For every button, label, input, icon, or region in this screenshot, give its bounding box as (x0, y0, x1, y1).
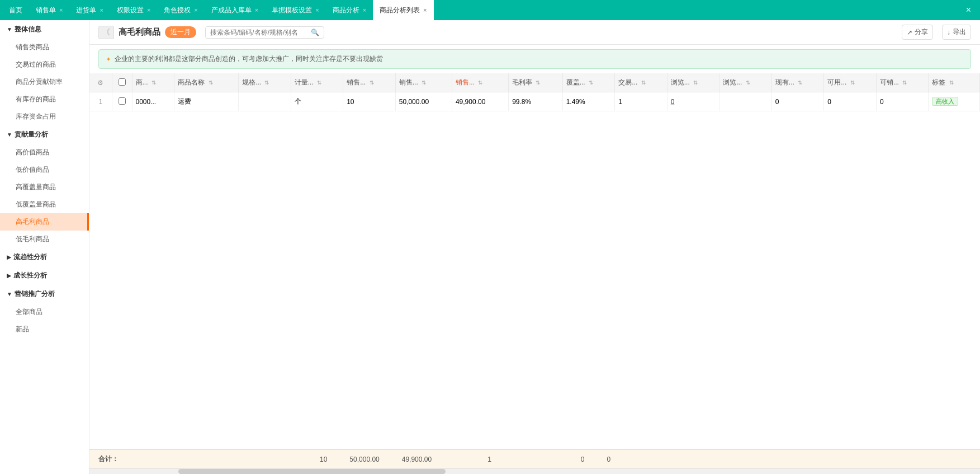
row-code: 0000... (132, 92, 174, 111)
row-saleable: 0 (876, 92, 929, 111)
close-icon[interactable]: × (100, 7, 103, 13)
close-icon[interactable]: × (255, 7, 258, 13)
sidebar-item-low-coverage[interactable]: 低覆盖量商品 (0, 196, 89, 213)
sidebar-item-high-value[interactable]: 高价值商品 (0, 144, 89, 161)
sidebar-section-overall[interactable]: ▼ 整体信息 (0, 20, 89, 39)
data-table-wrapper: ⚙ 商... ⇅ 商品名称 ⇅ (89, 73, 980, 449)
col-header-stock[interactable]: 现有... ⇅ (771, 73, 824, 92)
tag-badge: 高收入 (932, 97, 958, 106)
col-header-sales2[interactable]: 销售... ⇅ (395, 73, 452, 92)
col-header-code[interactable]: 商... ⇅ (132, 73, 174, 92)
nav-role-auth[interactable]: 角色授权 × (157, 0, 204, 20)
col-header-settings[interactable]: ⚙ (89, 73, 112, 92)
sidebar-item-stock-capital[interactable]: 库存资金占用 (0, 108, 89, 125)
search-icon[interactable]: 🔍 (311, 29, 319, 36)
col-header-unit[interactable]: 计量... ⇅ (291, 73, 343, 92)
footer-summary-bar: 合计： 10 50,000.00 49,900.00 1 0 0 (89, 449, 980, 468)
sidebar-section-contribution[interactable]: ▼ 贡献量分析 (0, 125, 89, 144)
footer-sales3: 49,900.00 (402, 456, 432, 463)
top-navigation: 首页 销售单 × 进货单 × 权限设置 × 角色授权 × 产成品入库单 × 单据… (0, 0, 980, 20)
close-icon[interactable]: × (315, 7, 319, 13)
nav-product-analysis-list[interactable]: 商品分析列表 × (373, 0, 433, 20)
col-header-browse1[interactable]: 浏览... ⇅ (667, 73, 719, 92)
close-icon[interactable]: × (59, 7, 63, 13)
footer-saleable: 0 (607, 456, 611, 463)
col-header-browse2[interactable]: 浏览... ⇅ (719, 73, 772, 92)
row-browse1[interactable]: 0 (667, 92, 719, 111)
row-stock: 0 (771, 92, 824, 111)
arrow-right-icon: ▶ (7, 254, 11, 260)
sort-icon: ⇅ (422, 79, 426, 86)
sidebar-collapse-button[interactable]: 《 (98, 26, 114, 39)
col-header-available[interactable]: 可用... ⇅ (824, 73, 877, 92)
sidebar-item-low-value[interactable]: 低价值商品 (0, 161, 89, 179)
sidebar-item-high-margin[interactable]: 高毛利商品 (0, 213, 89, 231)
sort-icon: ⇅ (209, 79, 213, 86)
info-icon: ✦ (106, 55, 111, 63)
window-close-button[interactable]: × (959, 5, 978, 15)
sidebar-item-high-coverage[interactable]: 高覆盖量商品 (0, 179, 89, 196)
horizontal-scrollbar[interactable] (89, 468, 980, 474)
sort-icon: ⇅ (152, 79, 156, 86)
arrow-down-icon: ▼ (7, 291, 12, 297)
nav-template-settings[interactable]: 单据模板设置 × (265, 0, 325, 20)
nav-purchase-order[interactable]: 进货单 × (69, 0, 110, 20)
sidebar-item-traded-goods[interactable]: 交易过的商品 (0, 56, 89, 73)
nav-home[interactable]: 首页 (2, 0, 29, 20)
export-button[interactable]: ↓ 导出 (942, 25, 971, 40)
row-checkbox-cell[interactable] (112, 92, 132, 111)
sort-icon: ⇅ (693, 79, 698, 86)
nav-product-instock[interactable]: 产成品入库单 × (205, 0, 265, 20)
sort-icon: ⇅ (317, 79, 321, 86)
row-sales3: 49,900.00 (452, 92, 508, 111)
table-row: 1 0000... 运费 个 10 50,000.00 49,900.00 99… (89, 92, 980, 111)
scrollbar-thumb[interactable] (178, 469, 446, 474)
row-browse2 (719, 92, 772, 111)
nav-permission-settings[interactable]: 权限设置 × (110, 0, 157, 20)
page-title: 高毛利商品 (119, 27, 160, 37)
sidebar-section-growth[interactable]: ▶ 成长性分析 (0, 266, 89, 285)
sort-icon: ⇅ (902, 79, 907, 86)
sort-icon: ⇅ (850, 79, 855, 86)
nav-product-analysis[interactable]: 商品分析 × (326, 0, 373, 20)
nav-sales-order[interactable]: 销售单 × (29, 0, 69, 20)
content-header: 《 高毛利商品 近一月 🔍 ↗ 分享 ↓ 导出 (89, 20, 980, 45)
row-name: 运费 (174, 92, 239, 111)
settings-icon[interactable]: ⚙ (97, 79, 103, 87)
arrow-down-icon: ▼ (7, 26, 12, 32)
col-header-trade[interactable]: 交易... ⇅ (615, 73, 667, 92)
footer-stock: 0 (581, 456, 585, 463)
sidebar-section-trend[interactable]: ▶ 流趋性分析 (0, 248, 89, 266)
share-button[interactable]: ↗ 分享 (902, 25, 933, 40)
sidebar-item-contribution-rate[interactable]: 商品分贡献销率 (0, 73, 89, 91)
select-all-checkbox[interactable] (119, 78, 126, 86)
search-input[interactable] (210, 29, 311, 36)
sidebar-item-sales-goods[interactable]: 销售类商品 (0, 39, 89, 56)
col-header-gross-rate[interactable]: 毛利率 ⇅ (509, 73, 563, 92)
row-available: 0 (824, 92, 877, 111)
col-header-tag[interactable]: 标签 ⇅ (929, 73, 980, 92)
sort-icon: ⇅ (746, 79, 750, 86)
sort-icon: ⇅ (798, 79, 802, 86)
close-icon[interactable]: × (194, 7, 197, 13)
close-icon[interactable]: × (147, 7, 150, 13)
row-tag: 高收入 (929, 92, 980, 111)
col-header-name[interactable]: 商品名称 ⇅ (174, 73, 239, 92)
col-header-checkbox[interactable] (112, 73, 132, 92)
filter-recent-month-button[interactable]: 近一月 (165, 26, 196, 38)
row-gross-rate: 99.8% (509, 92, 563, 111)
col-header-spec[interactable]: 规格... ⇅ (239, 73, 291, 92)
sort-icon: ⇅ (589, 79, 593, 86)
col-header-saleable[interactable]: 可销... ⇅ (876, 73, 929, 92)
col-header-sales1[interactable]: 销售... ⇅ (343, 73, 396, 92)
close-icon[interactable]: × (363, 7, 366, 13)
col-header-coverage[interactable]: 覆盖... ⇅ (562, 73, 615, 92)
close-icon[interactable]: × (423, 7, 427, 13)
row-checkbox[interactable] (119, 97, 126, 105)
sidebar-item-stock-goods[interactable]: 有库存的商品 (0, 91, 89, 108)
sidebar-item-all-goods[interactable]: 全部商品 (0, 303, 89, 321)
sidebar-section-marketing[interactable]: ▼ 营销推广分析 (0, 285, 89, 303)
col-header-sales3[interactable]: 销售... ⇅ (452, 73, 508, 92)
sidebar-item-new-goods[interactable]: 新品 (0, 321, 89, 338)
sidebar-item-low-margin[interactable]: 低毛利商品 (0, 231, 89, 248)
